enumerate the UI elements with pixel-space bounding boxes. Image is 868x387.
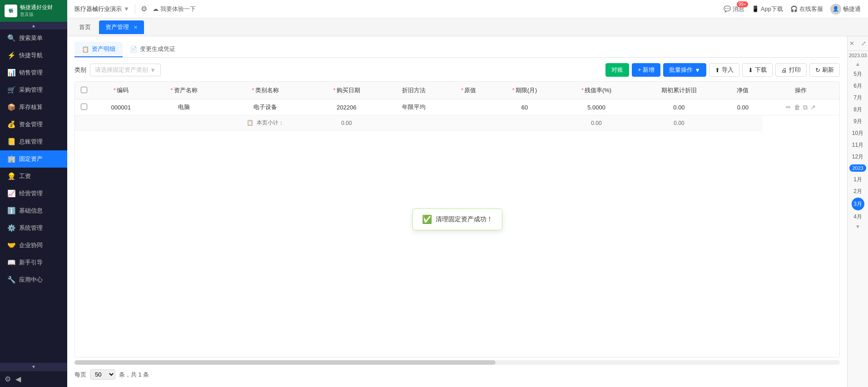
sidebar-scroll-down[interactable]: ▼	[0, 363, 67, 371]
month-8[interactable]: 8月	[850, 104, 866, 115]
right-panel: ✕ ⤢ 2023.03 ▲ 5月 6月 7月 8月 9月 10月 11月 12月…	[847, 36, 868, 387]
sidebar-item-apps[interactable]: 🔧 应用中心	[0, 271, 67, 288]
asset-table-container: *编码 *资产名称 *类别名称 *购买日期 折旧方法 *原值 *期限(月) *残…	[74, 81, 840, 357]
cell-original-value	[446, 99, 491, 115]
more-icon[interactable]: ↗	[810, 104, 816, 111]
sidebar-item-fixed-assets[interactable]: 🏢 固定资产	[0, 150, 67, 168]
copy-icon[interactable]: ⧉	[803, 104, 808, 111]
sidebar-item-system[interactable]: ⚙️ 系统管理	[0, 219, 67, 237]
reconcile-button[interactable]: 对账	[605, 63, 629, 77]
experience-button[interactable]: ☁ 我要体验一下	[153, 5, 196, 13]
year-2023-label[interactable]: 2023	[849, 164, 866, 172]
sidebar-item-inventory[interactable]: 📦 库存核算	[0, 99, 67, 116]
company-dropdown-icon: ▼	[124, 5, 129, 12]
divider	[135, 5, 135, 14]
company-selector[interactable]: 医疗器械行业演示 ▼	[74, 5, 129, 13]
inventory-icon: 📦	[7, 103, 15, 111]
month-scroll-down-icon[interactable]: ▼	[854, 223, 862, 231]
fixed-assets-icon: 🏢	[7, 155, 15, 163]
sidebar-item-collab[interactable]: 🤝 企业协同	[0, 237, 67, 254]
print-icon: 🖨	[781, 67, 787, 74]
print-button[interactable]: 🖨 打印	[775, 63, 807, 77]
sidebar-item-search[interactable]: 🔍 搜索菜单	[0, 30, 67, 47]
month-1[interactable]: 1月	[850, 174, 866, 185]
user-profile[interactable]: 👤 畅捷通	[830, 4, 861, 15]
sidebar-item-quicknav[interactable]: ⚡ 快捷导航	[0, 47, 67, 64]
category-filter[interactable]: 请选择固定资产类别 ▼	[90, 64, 161, 76]
month-11[interactable]: 11月	[850, 139, 866, 150]
cell-category: 电子设备	[219, 99, 312, 115]
sidebar-item-basics[interactable]: ℹ️ 基础信息	[0, 202, 67, 219]
month-6[interactable]: 6月	[850, 80, 866, 91]
col-initial-accumulated: 期初累计折旧	[635, 82, 723, 99]
sidebar-scroll-up[interactable]: ▲	[0, 22, 67, 30]
sidebar-nav: 🔍 搜索菜单 ⚡ 快捷导航 📊 销售管理 🛒 采购管理 📦 库存核算 💰 资金管…	[0, 30, 67, 363]
new-button[interactable]: + 新增	[632, 63, 660, 77]
cell-depreciation: 年限平均	[382, 99, 445, 115]
select-all-checkbox[interactable]	[81, 87, 87, 93]
tab-asset-management[interactable]: 资产管理 ✕	[99, 20, 144, 34]
col-net-value: 净值	[723, 82, 763, 99]
app-edition: 普及版	[20, 11, 53, 18]
sidebar-item-label: 快捷导航	[19, 51, 43, 60]
expand-panel-icon[interactable]: ⤢	[861, 40, 866, 47]
per-page-select[interactable]: 50 10 20 100	[90, 369, 115, 380]
month-9[interactable]: 9月	[850, 116, 866, 127]
subtotal-original: 0.00	[312, 115, 382, 131]
toast-message: 清理固定资产成功！	[436, 215, 493, 223]
delete-icon[interactable]: 🗑	[794, 104, 800, 111]
month-5[interactable]: 5月	[850, 69, 866, 79]
month-12[interactable]: 12月	[850, 151, 866, 162]
sidebar-item-purchase[interactable]: 🛒 采购管理	[0, 81, 67, 99]
month-3-active[interactable]: 3月	[852, 198, 864, 210]
month-scroll-up-icon[interactable]: ▲	[854, 60, 862, 68]
refresh-button[interactable]: ↻ 刷新	[809, 63, 840, 77]
sidebar-item-label: 经营管理	[19, 189, 43, 198]
reconcile-label: 对账	[611, 66, 623, 74]
horizontal-scrollbar[interactable]	[74, 360, 840, 365]
download-button[interactable]: ⬇ 下载	[742, 63, 773, 77]
subtab-change-voucher[interactable]: 📄 变更生成凭证	[123, 42, 183, 57]
new-label: + 新增	[638, 66, 655, 74]
sidebar-item-label: 采购管理	[19, 86, 43, 94]
row-checkbox[interactable]	[81, 104, 87, 110]
scrollbar-thumb[interactable]	[74, 360, 496, 365]
app-logo: 畅	[5, 5, 17, 17]
subtotal-empty4	[382, 115, 445, 131]
import-button[interactable]: ⬆ 导入	[709, 63, 739, 77]
edit-icon[interactable]: ✏	[786, 104, 791, 111]
sidebar-item-management[interactable]: 📈 经营管理	[0, 185, 67, 202]
row-checkbox-cell[interactable]	[75, 99, 93, 115]
subtab-asset-detail[interactable]: 📋 资产明细	[74, 42, 123, 57]
subtab-voucher-icon: 📄	[130, 46, 137, 53]
sidebar-item-guide[interactable]: 📖 新手引导	[0, 254, 67, 271]
refresh-icon: ↻	[815, 67, 820, 74]
sidebar-item-finance[interactable]: 💰 资金管理	[0, 116, 67, 133]
messages-button[interactable]: 💬 消息 99+	[724, 5, 744, 13]
user-name: 畅捷通	[843, 5, 861, 13]
app-download-button[interactable]: 📱 App下载	[752, 5, 783, 13]
select-all-cell[interactable]	[75, 82, 93, 99]
settings-icon[interactable]: ⚙	[5, 375, 11, 383]
settings-gear-icon[interactable]: ⚙	[141, 5, 147, 13]
tab-home[interactable]: 首页	[73, 20, 97, 34]
month-4[interactable]: 4月	[850, 211, 866, 222]
toolbar-left: 类别 请选择固定资产类别 ▼	[74, 64, 161, 76]
month-2[interactable]: 2月	[850, 186, 866, 197]
topbar: 医疗器械行业演示 ▼ ⚙ ☁ 我要体验一下 💬 消息 99+ 📱 App下载 🎧…	[67, 0, 868, 18]
sidebar-item-sales[interactable]: 📊 销售管理	[0, 64, 67, 81]
online-service-button[interactable]: 🎧 在线客服	[790, 5, 823, 13]
content-area: 📋 资产明细 📄 变更生成凭证 类别 请选择固定资产类别 ▼	[67, 36, 868, 387]
sidebar-item-payroll[interactable]: 👷 工资	[0, 168, 67, 185]
batch-ops-button[interactable]: 批量操作 ▼	[663, 63, 706, 77]
collapse-icon[interactable]: ◀	[15, 375, 21, 383]
filter-placeholder: 请选择固定资产类别	[95, 66, 148, 74]
tab-close-icon[interactable]: ✕	[134, 25, 138, 30]
month-7[interactable]: 7月	[850, 92, 866, 103]
month-10[interactable]: 10月	[850, 128, 866, 139]
sidebar-item-ledger[interactable]: 📒 总账管理	[0, 133, 67, 150]
table-head: *编码 *资产名称 *类别名称 *购买日期 折旧方法 *原值 *期限(月) *残…	[75, 82, 839, 99]
toast-notification: ✅ 清理固定资产成功！	[412, 208, 502, 230]
close-panel-icon[interactable]: ✕	[849, 40, 854, 47]
sidebar-item-label: 总账管理	[19, 138, 43, 146]
